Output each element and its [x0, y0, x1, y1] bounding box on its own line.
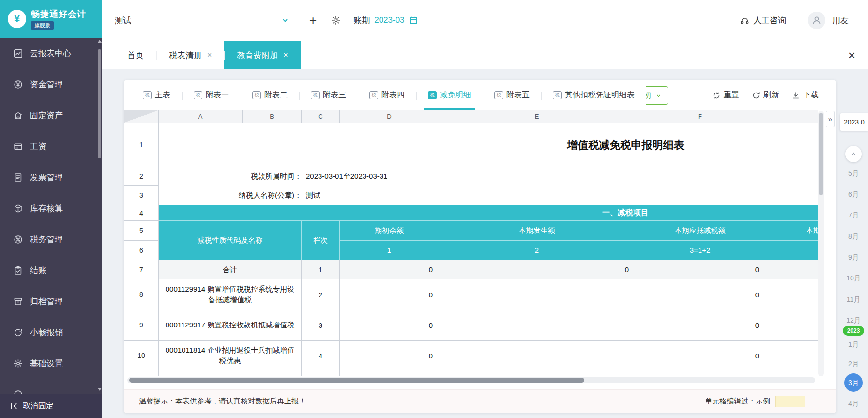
empty-cell[interactable]	[765, 341, 818, 371]
cell-v1[interactable]: 0	[340, 310, 439, 341]
cell-v3[interactable]: 0	[635, 279, 765, 310]
cell-v2[interactable]	[439, 341, 635, 371]
empty-cell[interactable]	[544, 186, 818, 205]
vertical-scrollbar[interactable]	[818, 111, 824, 376]
month-item-7[interactable]: 7月	[839, 209, 868, 221]
sheet-title[interactable]: 增值税减免税申报明细表	[159, 123, 818, 167]
vertical-scrollbar-thumb[interactable]	[819, 113, 823, 195]
month-item-3-active[interactable]: 3月	[844, 373, 863, 392]
month-item-6[interactable]: 6月	[839, 188, 868, 200]
month-scroll-up-button[interactable]	[845, 146, 862, 162]
sheet-tab-appendix2[interactable]: 税附表二	[241, 80, 299, 110]
empty-cell[interactable]	[159, 371, 302, 376]
sidebar-scrollbar[interactable]	[98, 41, 101, 390]
period-value[interactable]: 2023-03	[374, 15, 404, 25]
month-item-9[interactable]: 9月	[839, 251, 868, 263]
sidebar-item-cloud-reports[interactable]: 云报表中心	[0, 38, 102, 69]
month-item-11[interactable]: 11月	[839, 294, 868, 305]
period-range-label[interactable]: 税款所属时间：	[159, 167, 302, 186]
column-header-d[interactable]: D	[340, 110, 439, 123]
cell-v2[interactable]: 0	[439, 260, 635, 279]
cell-v2[interactable]	[439, 310, 635, 341]
scrollbar-thumb[interactable]	[98, 49, 101, 158]
sidebar-item-invoice[interactable]: 发票管理	[0, 162, 102, 193]
tab-education-surcharge[interactable]: 教育费附加 ×	[224, 41, 300, 69]
scrollbar-down-arrow[interactable]	[98, 388, 102, 391]
cell-v3[interactable]: 0	[635, 260, 765, 279]
empty-cell[interactable]	[765, 241, 818, 260]
subheader-1[interactable]: 1	[340, 241, 439, 260]
cell-v2[interactable]	[439, 279, 635, 310]
collapse-panel-button[interactable]: »	[826, 111, 835, 127]
sheet-tab-appendix4[interactable]: 税附表四	[358, 80, 416, 110]
cell-col[interactable]: 3	[302, 310, 340, 341]
unpin-button[interactable]: 取消固定	[0, 394, 102, 418]
period-range-value[interactable]: 2023-03-01至2023-03-31	[302, 167, 544, 186]
header-current-amount[interactable]: 本期发生额	[439, 221, 635, 241]
cell-v1[interactable]: 0	[340, 260, 439, 279]
column-header-e[interactable]: E	[439, 110, 635, 123]
month-item-4[interactable]: 4月	[839, 398, 868, 409]
support-link[interactable]: 人工咨询	[740, 15, 786, 26]
column-header-f[interactable]: F	[635, 110, 765, 123]
close-page-icon[interactable]: ×	[848, 49, 855, 62]
column-header-c[interactable]: C	[302, 110, 340, 123]
sidebar-item-partial[interactable]	[0, 379, 102, 394]
sheet-tab-other-vouchers[interactable]: 税其他扣税凭证明细表	[541, 80, 646, 110]
subheader-2[interactable]: 2	[439, 241, 635, 260]
cell-col[interactable]: 4	[302, 341, 340, 371]
row-number[interactable]: 5	[124, 221, 159, 241]
column-header-g[interactable]	[765, 110, 818, 123]
company-selector[interactable]: 测试	[115, 15, 289, 26]
row-number[interactable]	[124, 371, 159, 376]
row-number[interactable]: 3	[124, 186, 159, 205]
horizontal-scrollbar-thumb[interactable]	[129, 378, 584, 383]
empty-cell[interactable]	[439, 371, 635, 376]
row-number[interactable]: 1	[124, 123, 159, 167]
row-number[interactable]: 6	[124, 241, 159, 260]
subheader-3[interactable]: 3=1+2	[635, 241, 765, 260]
empty-cell[interactable]	[302, 371, 340, 376]
sidebar-item-fixed-assets[interactable]: 固定资产	[0, 100, 102, 131]
cell-col[interactable]: 1	[302, 260, 340, 279]
avatar[interactable]	[808, 12, 825, 29]
sheet-tab-appendix1[interactable]: 税附表一	[182, 80, 241, 110]
month-item-12[interactable]: 12月	[839, 314, 868, 326]
empty-cell[interactable]	[340, 371, 439, 376]
sidebar-item-salary[interactable]: 工资	[0, 131, 102, 162]
cell-name[interactable]: 合计	[159, 260, 302, 279]
column-header-a[interactable]: A	[159, 110, 243, 123]
download-button[interactable]: 下载	[792, 90, 819, 100]
sidebar-item-reimburse[interactable]: 小畅报销	[0, 317, 102, 348]
sidebar-item-inventory[interactable]: 库存核算	[0, 193, 102, 224]
spreadsheet-grid[interactable]: A B C D E F 1 增值税减免税申报明细表 2 税款所属时间： 2023	[124, 110, 818, 376]
tab-tax-register[interactable]: 税表清册 ×	[156, 41, 224, 69]
column-header-b[interactable]: B	[243, 110, 302, 123]
app-logo[interactable]: ¥ 畅捷通好会计 旗舰版	[0, 0, 102, 38]
header-column-no[interactable]: 栏次	[302, 221, 340, 260]
taxpayer-label[interactable]: 纳税人名称(公章)：	[159, 186, 302, 205]
scrollbar-up-arrow[interactable]	[98, 40, 102, 43]
cell-col[interactable]: 2	[302, 279, 340, 310]
sheet-tab-appendix3[interactable]: 税附表三	[299, 80, 358, 110]
empty-cell[interactable]	[765, 371, 818, 376]
cell-v3[interactable]: 0	[635, 341, 765, 371]
add-account-set-button[interactable]: +	[309, 14, 317, 27]
tab-home[interactable]: 首页	[115, 41, 156, 69]
sidebar-item-archive[interactable]: 归档管理	[0, 286, 102, 317]
settings-gear-button[interactable]	[331, 15, 341, 25]
row-number[interactable]: 4	[124, 205, 159, 221]
cell-name[interactable]: 0001011814 企业招用退役士兵扣减增值税优惠	[159, 341, 302, 371]
sheet-tab-main[interactable]: 税主表	[131, 80, 182, 110]
cell-name[interactable]: 0001129914 购置增值税税控系统专用设备抵减增值税	[159, 279, 302, 310]
refresh-button[interactable]: 刷新	[752, 90, 779, 100]
sheet-tab-appendix5[interactable]: 税附表五	[483, 80, 541, 110]
select-all-corner[interactable]	[124, 110, 159, 123]
taxpayer-value[interactable]: 测试	[302, 186, 544, 205]
month-item-8[interactable]: 8月	[839, 231, 868, 242]
section-title[interactable]: 一、减税项目	[159, 205, 818, 221]
close-icon[interactable]: ×	[207, 51, 212, 60]
header-name[interactable]: 减税性质代码及名称	[159, 221, 302, 260]
sheet-tab-reduction-detail[interactable]: 税减免明细	[416, 80, 483, 110]
empty-cell[interactable]	[765, 279, 818, 310]
